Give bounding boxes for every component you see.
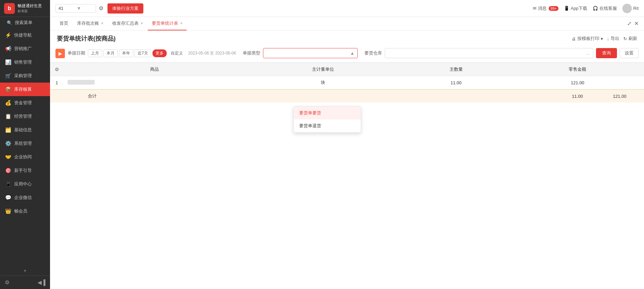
date-btn-last-month[interactable]: 上月: [88, 49, 102, 57]
messages-button[interactable]: ✉ 消息 99+: [533, 5, 558, 12]
app-download-button[interactable]: 📱 App下载: [564, 5, 587, 12]
app-sub: 标准版: [18, 9, 42, 14]
type-filter-input[interactable]: ▲: [263, 48, 358, 58]
sidebar-item-inventory[interactable]: 📦 库存核算: [0, 83, 50, 96]
type-clear-icon[interactable]: ▲: [350, 50, 355, 56]
sidebar-item-sales[interactable]: 📊 销售管理: [0, 55, 50, 69]
sidebar-nav: ⚡ 快捷导航 📢 营销推广 📊 销售管理 🛒 采购管理 📦 库存核算 💰 资金管…: [0, 28, 50, 266]
dropdown-item-require-return[interactable]: 要货单退货: [294, 119, 361, 132]
sidebar-logo: b 畅捷通好生意 标准版: [0, 0, 50, 17]
footer-label: 合计: [68, 93, 97, 99]
close-all-button[interactable]: ✕: [634, 20, 639, 27]
online-service-button[interactable]: 🎧 在线客服: [593, 5, 617, 12]
app-download-label: App下载: [571, 5, 587, 12]
sidebar-item-marketing[interactable]: 📢 营销推广: [0, 42, 50, 55]
scroll-down-indicator[interactable]: ▼: [0, 266, 50, 275]
cell-no: 1: [50, 76, 64, 89]
product-placeholder: [68, 80, 95, 85]
sidebar-item-apps[interactable]: 📱 应用中心: [0, 177, 50, 191]
sidebar-search[interactable]: 🔍 搜索菜单: [0, 17, 50, 28]
sidebar-item-wechat[interactable]: 💬 企业微信: [0, 191, 50, 204]
tab-order-stats-label: 要货单统计表: [152, 20, 178, 26]
dropdown-item-require-goods[interactable]: 要货单要货: [294, 107, 361, 119]
sidebar-item-quick-nav[interactable]: ⚡ 快捷导航: [0, 28, 50, 42]
col-unit-header: 主计量单位: [245, 63, 401, 76]
sidebar-item-guide[interactable]: 🎯 新手引导: [0, 164, 50, 177]
print-chevron-icon: ▾: [601, 36, 603, 41]
page-title: 要货单统计表(按商品): [57, 35, 116, 43]
col-amount-header: 零售金额: [511, 63, 644, 76]
refresh-button[interactable]: ↻ 刷新: [623, 36, 637, 42]
date-btn-last-7-days[interactable]: 近7天: [135, 49, 151, 57]
warehouse-more-icon[interactable]: …: [586, 51, 590, 56]
tab-order-stats[interactable]: 要货单统计表 ×: [148, 17, 187, 30]
online-service-label: 在线客服: [599, 5, 617, 12]
cell-amount: 121.00: [511, 76, 644, 89]
message-badge: 99+: [549, 6, 558, 11]
tab-home[interactable]: 首页: [55, 17, 72, 30]
table-footer: 合计 11.00 121.00: [50, 89, 644, 103]
tab-inventory-batch-label: 库存批次账: [77, 20, 99, 26]
sidebar-item-label: 资金管理: [14, 100, 45, 106]
topbar-settings-icon[interactable]: ⚙: [99, 5, 103, 12]
warehouse-filter-label: 要货仓库: [364, 50, 382, 56]
page-header: 要货单统计表(按商品) 🖨 按模板打印 ▾ ↓ 导出 ↻ 刷新: [50, 30, 644, 45]
type-dropdown: 要货单要货 要货单退货: [293, 106, 361, 133]
settings-icon[interactable]: ⚙: [5, 279, 9, 286]
system-icon: ⚙️: [5, 140, 11, 147]
col-product-header: 商品: [64, 63, 245, 76]
avatar-image: [622, 4, 632, 13]
tabs-bar: 首页 库存批次账 × 收发存汇总表 × 要货单统计表 × ⤢ ✕: [50, 17, 644, 30]
print-button[interactable]: 🖨 按模板打印 ▾: [572, 36, 603, 42]
print-label: 按模板打印: [577, 36, 599, 42]
sidebar-item-member[interactable]: 👑 畅会员: [0, 204, 50, 218]
export-button[interactable]: ↓ 导出: [607, 36, 620, 42]
query-button[interactable]: 查询: [596, 48, 617, 58]
sidebar-item-finance[interactable]: 💰 资金管理: [0, 96, 50, 110]
export-icon: ↓: [607, 36, 610, 41]
date-btn-this-month[interactable]: 本月: [103, 49, 118, 57]
type-input-field[interactable]: [266, 51, 350, 56]
sidebar-item-system[interactable]: ⚙️ 系统管理: [0, 137, 50, 150]
date-btn-more[interactable]: 更多: [152, 49, 167, 57]
date-btn-custom[interactable]: 自定义: [168, 50, 186, 57]
sidebar-item-label: 快捷导航: [14, 32, 45, 38]
table-body: 1 块 11.00 121.00: [50, 76, 644, 89]
sidebar-item-label: 营销推广: [14, 46, 45, 52]
filter-bar: ▶ 单据日期 上月 本月 本年 近7天 更多 自定义 2023-05-06 至 …: [50, 45, 644, 63]
sidebar-item-enterprise[interactable]: 🤝 企业协同: [0, 150, 50, 164]
topbar: 41 ▼ ⚙ 体验行业方案 ✉ 消息 99+ 📱 App下载 🎧 在线客服 R: [50, 0, 644, 17]
topbar-left: 41 ▼ ⚙ 体验行业方案: [55, 3, 533, 14]
app-name: 畅捷通好生意: [18, 3, 42, 9]
topbar-right: ✉ 消息 99+ 📱 App下载 🎧 在线客服 Rit: [533, 4, 639, 13]
warehouse-filter-input[interactable]: …: [385, 48, 593, 58]
setting-button[interactable]: 设置: [620, 48, 639, 58]
sidebar-item-purchase[interactable]: 🛒 采购管理: [0, 69, 50, 83]
refresh-label: 刷新: [628, 36, 637, 42]
tab-inventory-batch-close[interactable]: ×: [101, 21, 103, 26]
tab-order-stats-close[interactable]: ×: [180, 21, 183, 26]
guide-icon: 🎯: [5, 167, 11, 174]
column-settings-icon[interactable]: ⚙: [55, 67, 59, 72]
apps-icon: 📱: [5, 181, 11, 187]
maximize-button[interactable]: ⤢: [627, 20, 631, 27]
data-table: ⚙ 商品 主计量单位 主数量 零售金额 1 块: [50, 63, 644, 89]
sidebar-item-label: 新手引导: [14, 168, 45, 174]
date-btn-this-year[interactable]: 本年: [119, 49, 133, 57]
user-avatar[interactable]: Rit: [622, 4, 639, 13]
warehouse-input-field[interactable]: [388, 51, 585, 56]
table-row: 1 块 11.00 121.00: [50, 76, 644, 89]
refresh-icon: ↻: [623, 36, 627, 41]
trial-button[interactable]: 体验行业方案: [108, 3, 143, 14]
company-selector[interactable]: 41 ▼: [55, 4, 96, 13]
tab-receipt-summary[interactable]: 收发存汇总表 ×: [108, 17, 147, 30]
tab-inventory-batch[interactable]: 库存批次账 ×: [73, 17, 108, 30]
collapse-icon[interactable]: ◀▐: [38, 279, 45, 286]
sidebar-item-operations[interactable]: 📋 经营管理: [0, 110, 50, 123]
sidebar-item-basic[interactable]: 🗂️ 基础信息: [0, 123, 50, 137]
filter-toggle-button[interactable]: ▶: [55, 49, 65, 58]
date-filter-label: 单据日期: [68, 50, 85, 56]
tab-receipt-summary-close[interactable]: ×: [141, 21, 143, 26]
logo-icon: b: [4, 3, 15, 14]
sidebar-bottom: ⚙ ◀▐: [0, 275, 50, 289]
